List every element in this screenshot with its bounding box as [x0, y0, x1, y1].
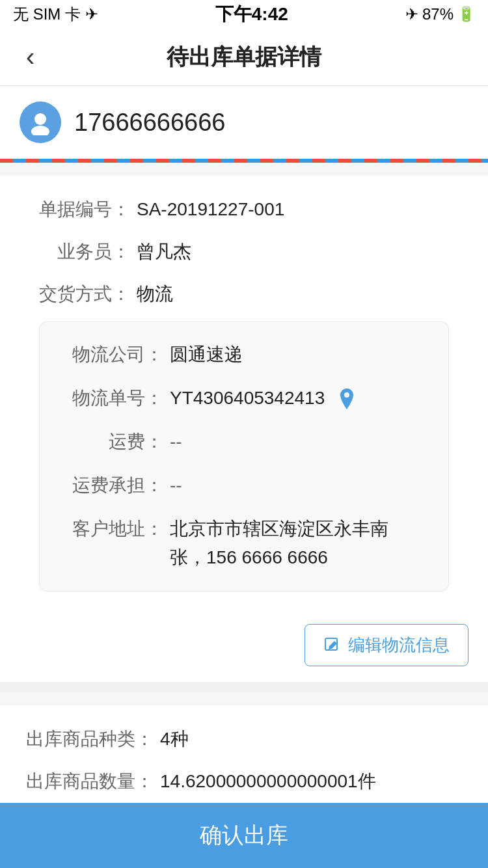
- address-row: 客户地址： 北京市市辖区海淀区永丰南 张，156 6666 6666: [59, 515, 429, 573]
- edit-logistics-button[interactable]: 编辑物流信息: [305, 624, 468, 666]
- salesman-value: 曾凡杰: [137, 237, 462, 267]
- address-value: 北京市市辖区海淀区永丰南 张，156 6666 6666: [170, 515, 429, 573]
- edit-logistics-container: 编辑物流信息: [0, 611, 488, 682]
- logistics-tracking-label: 物流单号：: [59, 384, 163, 413]
- freight-label: 运费：: [59, 427, 163, 457]
- logistics-company-row: 物流公司： 圆通速递: [59, 340, 429, 370]
- delivery-row: 交货方式： 物流: [26, 280, 462, 309]
- location-icon: ✈: [405, 5, 418, 23]
- svg-point-0: [34, 113, 46, 125]
- delivery-value: 物流: [137, 280, 462, 309]
- page-title: 待出库单据详情: [167, 42, 321, 72]
- goods-type-label: 出库商品种类：: [26, 725, 154, 754]
- freight-bearer-row: 运费承担： --: [59, 471, 429, 500]
- delivery-label: 交货方式：: [26, 280, 130, 309]
- goods-quantity-value: 14.62000000000000001件: [160, 767, 462, 796]
- order-no-label: 单据编号：: [26, 195, 130, 224]
- goods-type-value: 4种: [160, 725, 462, 754]
- freight-bearer-value: --: [170, 471, 429, 500]
- logistics-tracking-row: 物流单号： YT4306405342413: [59, 384, 429, 413]
- confirm-button-label: 确认出库: [200, 821, 288, 850]
- avatar: [20, 102, 61, 143]
- logistics-company-value: 圆通速递: [170, 340, 429, 370]
- salesman-row: 业务员： 曾凡杰: [26, 237, 462, 267]
- goods-quantity-label: 出库商品数量：: [26, 767, 154, 796]
- section-divider: [0, 682, 488, 692]
- customer-header: 17666666666: [0, 86, 488, 159]
- status-bar: 无 SIM 卡 ✈ 下午4:42 ✈ 87% 🔋: [0, 0, 488, 29]
- status-time: 下午4:42: [215, 2, 288, 27]
- svg-point-1: [31, 126, 49, 135]
- freight-value: --: [170, 427, 429, 457]
- goods-quantity-row: 出库商品数量： 14.62000000000000001件: [26, 767, 462, 796]
- status-right: ✈ 87% 🔋: [405, 5, 475, 23]
- goods-section: 出库商品种类： 4种 出库商品数量： 14.62000000000000001件: [0, 705, 488, 816]
- order-no-value: SA-20191227-001: [137, 195, 462, 224]
- nav-bar: ‹ 待出库单据详情: [0, 29, 488, 86]
- salesman-label: 业务员：: [26, 237, 130, 267]
- confirm-bar[interactable]: 确认出库: [0, 803, 488, 868]
- edit-icon: [323, 636, 342, 655]
- edit-logistics-label: 编辑物流信息: [348, 634, 450, 657]
- status-left: 无 SIM 卡 ✈: [13, 4, 98, 25]
- goods-type-row: 出库商品种类： 4种: [26, 725, 462, 754]
- battery-icon: 🔋: [457, 6, 475, 23]
- logistics-card: 物流公司： 圆通速递 物流单号： YT4306405342413 运费： -- …: [39, 321, 449, 591]
- order-info-section: 单据编号： SA-20191227-001 业务员： 曾凡杰 交货方式： 物流 …: [0, 176, 488, 611]
- logistics-tracking-value: YT4306405342413: [170, 384, 429, 413]
- logistics-company-label: 物流公司：: [59, 340, 163, 370]
- sim-signal-text: 无 SIM 卡 ✈: [13, 4, 98, 25]
- address-label: 客户地址：: [59, 515, 163, 544]
- freight-row: 运费： --: [59, 427, 429, 457]
- person-icon: [27, 109, 53, 135]
- back-button[interactable]: ‹: [20, 36, 41, 78]
- customer-phone: 17666666666: [74, 109, 225, 137]
- freight-bearer-label: 运费承担：: [59, 471, 163, 500]
- order-no-row: 单据编号： SA-20191227-001: [26, 195, 462, 224]
- dashed-divider: [0, 159, 488, 163]
- battery-text: 87%: [422, 5, 454, 23]
- map-pin-icon[interactable]: [335, 387, 359, 411]
